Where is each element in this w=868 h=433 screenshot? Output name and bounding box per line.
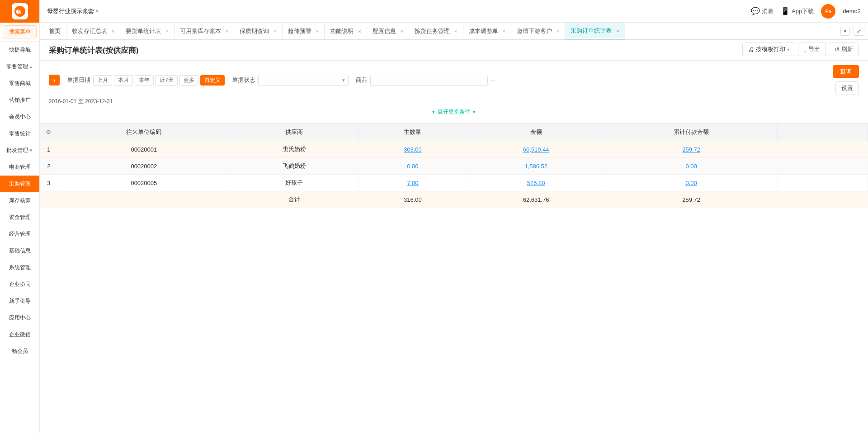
footer-label: 合计 — [230, 191, 359, 208]
tab-close-paihuoren[interactable]: × — [454, 29, 457, 34]
sidebar-item-yingxiao[interactable]: 营销推广 — [0, 92, 39, 109]
message-button[interactable]: 💬 消息 — [751, 7, 774, 15]
sidebar-item-huiyuan[interactable]: 会员中心 — [0, 109, 39, 125]
th-settings: ⚙ — [40, 124, 58, 141]
data-table: ⚙ 往来单位编码 供应商 主数量 — [40, 124, 868, 208]
tab-peizhi[interactable]: 配置信息 × — [367, 23, 409, 40]
row-amount-3[interactable]: 525.80 — [467, 175, 605, 191]
goods-filter-label: 商品 — [356, 76, 368, 84]
page-body: 采购订单统计表(按供应商) 🖨 按模板打印 ▾ ↓ 导出 — [40, 40, 868, 433]
tab-baozhiqi[interactable]: 保质期查询 × — [234, 23, 282, 40]
sidebar-item-jichu[interactable]: 基础信息 — [0, 243, 39, 259]
tab-gongneng[interactable]: 功能说明 × — [325, 23, 367, 40]
user-avatar[interactable]: Ea — [821, 4, 835, 19]
sidebar-item-lingshouchang[interactable]: 零售商城 — [0, 75, 39, 92]
goods-input-more-icon[interactable]: ··· — [491, 76, 496, 84]
sidebar-item-qiyeweixin[interactable]: 企业微信 — [0, 326, 39, 343]
row-quantity-3[interactable]: 7.00 — [359, 175, 467, 191]
tab-caigoudan[interactable]: 采购订单统计表 × — [565, 23, 625, 40]
sidebar-item-chang[interactable]: 畅会员 — [0, 343, 39, 360]
tab-chengben[interactable]: 成本调整单 × — [463, 23, 511, 40]
row-paid-3[interactable]: 0.00 — [605, 175, 778, 191]
sidebar-item-xitong[interactable]: 系统管理 — [0, 259, 39, 276]
date-filter-label: 单据日期 — [67, 76, 90, 84]
row-quantity-2[interactable]: 6.00 — [359, 158, 467, 175]
sidebar-item-yingyong[interactable]: 应用中心 — [0, 309, 39, 326]
tab-close-yaohuo[interactable]: × — [165, 29, 168, 34]
page-title: 采购订单统计表(按供应商) — [49, 45, 859, 56]
top-bar-left: 母婴行业演示账套 ▾ — [47, 7, 99, 15]
row-amount-2[interactable]: 1,586.52 — [467, 158, 605, 175]
date-shortcut-last-month[interactable]: 上月 — [93, 75, 112, 86]
date-shortcut-this-month[interactable]: 本月 — [114, 75, 133, 86]
th-amount: 金额 — [467, 124, 605, 141]
print-button[interactable]: 🖨 按模板打印 ▾ — [742, 43, 795, 56]
sidebar-item-jingying[interactable]: 经营管理 — [0, 226, 39, 243]
sidebar-item-diangshang[interactable]: 电商管理 — [0, 159, 39, 176]
table-row: 2 00020002 飞鹤奶粉 6.00 1,586.52 0.00 — [40, 158, 868, 175]
tab-keyong-label: 可用量库存账本 — [180, 27, 221, 35]
sidebar-item-kucunhesuan[interactable]: 库存核算 — [0, 192, 39, 209]
tab-yaoqing[interactable]: 邀请下游客户 × — [511, 23, 565, 40]
row-amount-1[interactable]: 60,519.44 — [467, 141, 605, 158]
tab-close-all-button[interactable]: × — [840, 27, 850, 36]
search-menu-btn[interactable]: 搜索菜单 — [3, 25, 37, 38]
export-button[interactable]: ↓ 导出 — [798, 43, 826, 56]
tab-close-keyong[interactable]: × — [226, 29, 228, 34]
sidebar-item-pifaguanli[interactable]: 批发管理 ▼ — [0, 142, 39, 159]
tab-close-gongneng[interactable]: × — [358, 29, 361, 34]
tab-close-chengben[interactable]: × — [503, 29, 505, 34]
date-shortcut-this-year[interactable]: 本年 — [135, 75, 154, 86]
expand-down-icon: ▾ — [432, 109, 435, 115]
settings-button[interactable]: 设置 — [835, 81, 859, 95]
footer-quantity: 316.00 — [359, 191, 467, 208]
row-quantity-1[interactable]: 303.00 — [359, 141, 467, 158]
account-dropdown[interactable]: 母婴行业演示账套 ▾ — [47, 7, 99, 15]
date-shortcut-more[interactable]: 更多 — [179, 75, 198, 86]
row-code-1: 00020001 — [58, 141, 230, 158]
refresh-button[interactable]: ↺ 刷新 — [829, 43, 859, 56]
goods-input[interactable] — [370, 75, 488, 86]
row-extra-2 — [778, 158, 868, 175]
filter-toggle-button[interactable]: › — [49, 75, 60, 86]
tab-home[interactable]: 首页 — [43, 23, 66, 40]
date-custom-button[interactable]: 自定义 — [200, 75, 225, 86]
expand-more-button[interactable]: ▾ 展开更多条件 ▾ — [49, 105, 859, 119]
tab-maximize-button[interactable]: ⤢ — [854, 27, 864, 36]
tab-close-caigoudan[interactable]: × — [616, 28, 619, 33]
status-select[interactable] — [258, 75, 349, 86]
row-paid-1[interactable]: 259.72 — [605, 141, 778, 158]
app-download-button[interactable]: 📱 App下载 — [781, 7, 814, 15]
row-extra-1 — [778, 141, 868, 158]
tab-close-chaochuyujing[interactable]: × — [316, 29, 319, 34]
date-shortcut-7days[interactable]: 近7天 — [156, 75, 178, 86]
tab-shoufazong[interactable]: 收发存汇总表 × — [66, 23, 120, 40]
query-button[interactable]: 查询 — [833, 65, 859, 78]
tab-close-shoufazong[interactable]: × — [112, 29, 114, 34]
tab-bar-end: × ⤢ — [837, 27, 868, 36]
user-name: Ea — [826, 9, 831, 14]
sidebar-item-kuaijie[interactable]: 快捷导航 — [0, 42, 39, 58]
row-index-3: 3 — [40, 175, 58, 191]
tab-yaoqing-label: 邀请下游客户 — [517, 27, 552, 35]
sidebar-item-lingshoutongji[interactable]: 零售统计 — [0, 125, 39, 142]
tab-close-peizhi[interactable]: × — [401, 29, 403, 34]
date-range-display: 2016-01-01 至 2023-12-31 — [49, 98, 113, 105]
tab-keyong[interactable]: 可用量库存账本 × — [175, 23, 234, 40]
tab-chaochuyujing[interactable]: 超储预警 × — [283, 23, 325, 40]
table-header: ⚙ 往来单位编码 供应商 主数量 — [40, 124, 868, 141]
sidebar-item-xinshou[interactable]: 新手引导 — [0, 293, 39, 309]
sidebar-item-caigouguanli[interactable]: 采购管理 — [0, 176, 39, 192]
tab-yaohuo[interactable]: 要货单统计表 × — [120, 23, 174, 40]
tab-paihuoren[interactable]: 拣货任务管理 × — [409, 23, 463, 40]
sidebar-item-lingshou[interactable]: 零售管理 ▲ — [0, 58, 39, 75]
tab-close-yaoqing[interactable]: × — [557, 29, 559, 34]
sidebar-item-zigjin[interactable]: 资金管理 — [0, 209, 39, 226]
sidebar-item-qiye[interactable]: 企业协同 — [0, 276, 39, 293]
logo-icon: 畅 — [12, 3, 28, 19]
th-quantity: 主数量 — [359, 124, 467, 141]
column-settings-icon[interactable]: ⚙ — [46, 128, 52, 136]
account-name: 母婴行业演示账套 — [47, 7, 94, 15]
row-paid-2[interactable]: 0.00 — [605, 158, 778, 175]
tab-close-baozhiqi[interactable]: × — [274, 29, 276, 34]
